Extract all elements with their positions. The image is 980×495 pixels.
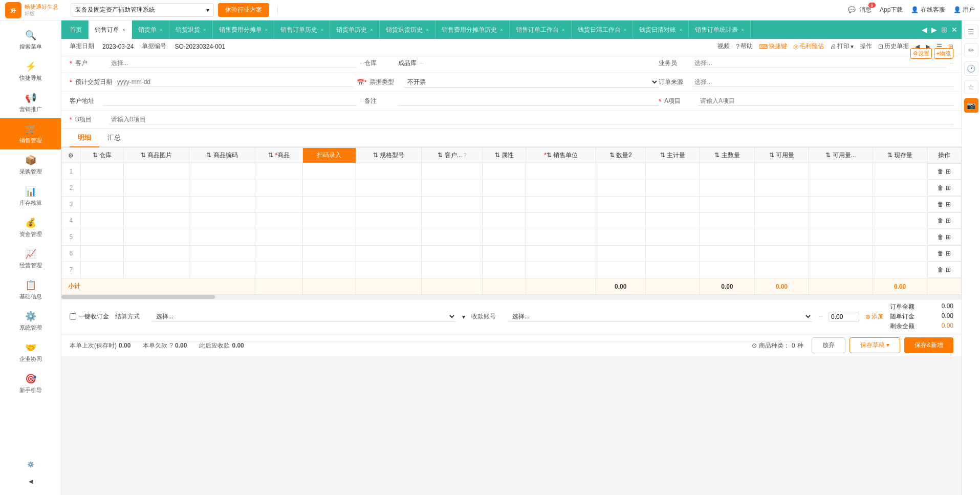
right-icon-clock[interactable]: 🕐 xyxy=(964,61,978,76)
order-source-input[interactable] xyxy=(692,77,953,87)
tab-next-btn[interactable]: ▶ xyxy=(929,26,939,34)
sidebar-item-sales[interactable]: 🛒 销售管理 xyxy=(0,118,61,149)
discard-btn[interactable]: 放弃 xyxy=(812,337,845,353)
sidebar-item-inventory[interactable]: 📊 库存核算 xyxy=(0,181,61,212)
online-service-link[interactable]: 👤 在线客服 xyxy=(911,6,945,14)
settings-btn[interactable]: ⚙设置 xyxy=(910,48,932,59)
tab-close-icon[interactable]: × xyxy=(160,27,163,33)
sidebar-item-purchase[interactable]: 📦 采购管理 xyxy=(0,149,61,181)
tab-close-icon[interactable]: × xyxy=(122,27,125,33)
remarks-input[interactable] xyxy=(398,96,659,106)
b-project-input[interactable] xyxy=(109,115,953,124)
right-icon-list[interactable]: ☰ xyxy=(964,25,978,39)
sidebar-item-search[interactable]: 🔍 搜索菜单 xyxy=(0,25,61,56)
print-action[interactable]: 🖨 打印 ▾ xyxy=(830,42,854,51)
tab-close-icon[interactable]: × xyxy=(741,27,744,33)
col-scan-input[interactable]: 扫码录入 xyxy=(302,148,356,163)
operation-action[interactable]: 操作 xyxy=(860,42,872,51)
tab-close-icon[interactable]: × xyxy=(562,27,565,33)
row-copy-btn[interactable]: ⊞ xyxy=(946,250,951,257)
warehouse-more-btn[interactable]: ··· xyxy=(420,60,424,66)
user-avatar[interactable]: 👤 用户 xyxy=(953,6,975,14)
one-click-collect-label[interactable]: 一键收订金 xyxy=(70,312,109,321)
right-icon-camera[interactable]: 📷 xyxy=(964,98,978,113)
sidebar-collapse-btn[interactable]: ◀ xyxy=(0,473,61,490)
horizontal-scrollbar[interactable] xyxy=(61,295,962,299)
account-more-btn[interactable]: ··· xyxy=(818,314,822,319)
tab-sales-return-history[interactable]: 销货单历史 × xyxy=(330,20,380,39)
sidebar-settings-btn[interactable]: ⚙️ xyxy=(0,456,61,473)
address-more-btn[interactable]: ··· xyxy=(360,98,364,104)
tab-close-icon[interactable]: × xyxy=(500,27,503,33)
tab-sales-order[interactable]: 销售订单 × xyxy=(89,20,132,39)
tab-cash-daily[interactable]: 钱货日清工作台 × xyxy=(572,20,634,39)
invoice-type-select[interactable]: 不开票 增值税专用发票 增值税普通发票 xyxy=(403,77,659,88)
add-btn[interactable]: ⊕ 添加 xyxy=(865,312,884,321)
row-delete-btn[interactable]: 🗑 xyxy=(938,217,944,224)
profit-action[interactable]: ◎ 毛利预估 xyxy=(793,42,824,51)
sidebar-item-marketing[interactable]: 📢 营销推广 xyxy=(0,87,61,118)
tab-close-icon[interactable]: × xyxy=(624,27,627,33)
payment-method-select[interactable]: 选择... xyxy=(152,311,456,322)
tab-prev-btn[interactable]: ◀ xyxy=(920,26,929,34)
row-delete-btn[interactable]: 🗑 xyxy=(938,168,944,175)
row-copy-btn[interactable]: ⊞ xyxy=(946,266,951,273)
sidebar-item-guide[interactable]: 🎯 新手引导 xyxy=(0,368,61,399)
customer-input[interactable] xyxy=(109,58,357,68)
sidebar-item-finance[interactable]: 💰 资金管理 xyxy=(0,212,61,243)
view-action[interactable]: 视频 xyxy=(717,42,730,51)
sidebar-item-nav[interactable]: ⚡ 快捷导航 xyxy=(0,56,61,87)
tab-close-icon[interactable]: × xyxy=(320,27,323,33)
tab-sales-workbench[interactable]: 销售订单工作台 × xyxy=(510,20,572,39)
delivery-date-input[interactable] xyxy=(115,77,354,87)
save-new-btn[interactable]: 保存&新增 xyxy=(904,337,953,353)
col-settings[interactable]: ⚙ xyxy=(62,148,81,163)
tab-sales-order-history[interactable]: 销售订单历史 × xyxy=(274,20,330,39)
tab-home[interactable]: 首页 xyxy=(63,20,89,39)
tab-close-icon[interactable]: × xyxy=(265,27,268,33)
tab-sales-stats[interactable]: 销售订单统计表 × xyxy=(689,20,751,39)
app-download-link[interactable]: App下载 xyxy=(880,6,903,14)
tab-menu-btn[interactable]: ⊞ xyxy=(939,26,949,34)
sidebar-item-base[interactable]: 📋 基础信息 xyxy=(0,274,61,306)
tab-sales-fee-split[interactable]: 销售费用分摊单 × xyxy=(213,20,275,39)
row-delete-btn[interactable]: 🗑 xyxy=(938,184,944,191)
shortcut-action[interactable]: ⌨ 快捷键 xyxy=(759,42,787,51)
tab-detail[interactable]: 明细 xyxy=(70,129,99,147)
sales-rep-more-btn[interactable]: ··· xyxy=(949,60,953,66)
tab-close-all-btn[interactable]: ✕ xyxy=(949,26,960,34)
one-click-collect-checkbox[interactable] xyxy=(70,313,76,320)
right-icon-edit[interactable]: ✏ xyxy=(964,43,978,57)
row-delete-btn[interactable]: 🗑 xyxy=(938,250,944,257)
account-select[interactable]: 选择... xyxy=(508,311,812,322)
system-selector[interactable]: 装备及固定资产辅助管理系统 ▾ xyxy=(71,3,214,17)
row-copy-btn[interactable]: ⊞ xyxy=(946,201,951,208)
tab-sales-refund[interactable]: 销货退货 × xyxy=(169,20,213,39)
tab-close-icon[interactable]: × xyxy=(679,27,682,33)
row-delete-btn[interactable]: 🗑 xyxy=(938,233,944,241)
save-draft-btn[interactable]: 保存草稿 ▾ xyxy=(850,337,900,353)
right-icon-star[interactable]: ☆ xyxy=(964,80,978,94)
tab-sales-return[interactable]: 销货单 × xyxy=(132,20,169,39)
amount-input[interactable] xyxy=(829,312,859,322)
help-action[interactable]: ? 帮助 xyxy=(736,42,753,51)
sales-rep-input[interactable] xyxy=(692,58,946,68)
customer-address-input[interactable] xyxy=(103,96,357,106)
a-project-input[interactable] xyxy=(698,96,953,106)
row-copy-btn[interactable]: ⊞ xyxy=(946,168,951,175)
tab-close-icon[interactable]: × xyxy=(203,27,206,33)
tab-summary[interactable]: 汇总 xyxy=(99,129,129,147)
tab-close-icon[interactable]: × xyxy=(426,27,429,33)
tab-cash-reconcile[interactable]: 钱货日清对账 × xyxy=(633,20,689,39)
row-copy-btn[interactable]: ⊞ xyxy=(946,184,951,191)
row-delete-btn[interactable]: 🗑 xyxy=(938,201,944,208)
sidebar-item-operation[interactable]: 📈 经营管理 xyxy=(0,243,61,274)
tab-sales-fee-history[interactable]: 销售费用分摊单历史 × xyxy=(435,20,510,39)
scrollbar-thumb[interactable] xyxy=(61,295,215,299)
row-copy-btn[interactable]: ⊞ xyxy=(946,217,951,224)
customer-more-btn[interactable]: ··· xyxy=(360,60,364,66)
sidebar-item-enterprise[interactable]: 🤝 企业协同 xyxy=(0,337,61,368)
history-action[interactable]: ⊡ 历史单据 xyxy=(878,42,909,51)
tab-sales-refund-history[interactable]: 销货退货历史 × xyxy=(380,20,435,39)
sidebar-item-system[interactable]: ⚙️ 系统管理 xyxy=(0,306,61,337)
